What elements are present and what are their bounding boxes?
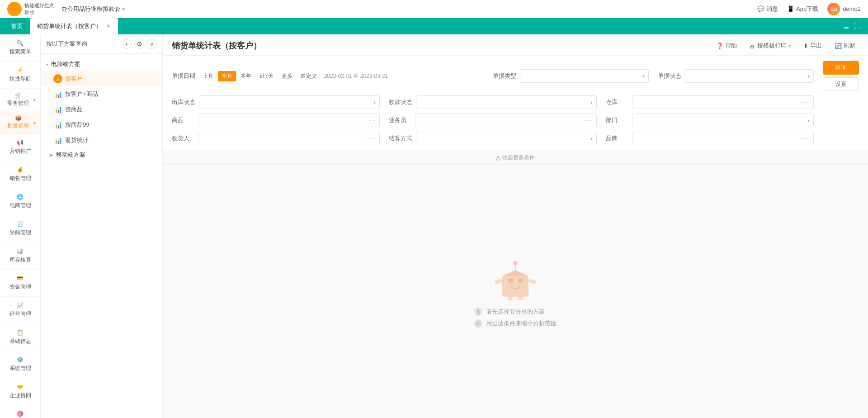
sidebar-item-finance[interactable]: 💳 资金管理 (0, 270, 40, 297)
enterprise-icon: 🤝 (17, 384, 24, 390)
message-btn[interactable]: 💬 消息 (757, 5, 778, 13)
doc-type-label: 单据类型 (493, 72, 516, 80)
window-minimize-icon[interactable]: 🗕 (843, 22, 850, 30)
sidebar-item-quick-nav[interactable]: ⚡ 快捷导航 (0, 62, 40, 89)
sidebar-item-sys[interactable]: ⚙️ 系统管理 (0, 351, 40, 378)
help-btn[interactable]: ❓ 帮助 (712, 40, 741, 52)
logo-area: 🧡 畅捷通好生意 标版 (7, 2, 54, 16)
message-icon: 💬 (757, 5, 764, 12)
refresh-btn[interactable]: 🔄 刷新 (831, 40, 859, 52)
dept-label: 部门 (606, 116, 628, 124)
tab-sales-stat[interactable]: 销货单统计表（按客户） ✕ (30, 18, 118, 34)
dept-select[interactable]: ▾ (632, 114, 814, 127)
search-icon: 🔍 (17, 40, 24, 46)
salesman-select[interactable]: ··· (415, 114, 597, 127)
filter-receiver-item: 收货人 ··· (172, 132, 380, 145)
filter-row-2: 出库状态 ▾ 收款状态 ▾ 仓库 (172, 95, 859, 109)
data-area: 1 请先选择要分析的方案 2 用过滤条件来缩小分析范围 (163, 165, 868, 418)
receiver-select[interactable]: ··· (198, 132, 380, 145)
scheme-tree: ▾ 电脑端方案 人 按客户 📊 按客户+商品 📊 按商品 (41, 54, 162, 418)
mobile-group-header[interactable]: ▶ 移动端方案 (41, 148, 162, 162)
warehouse-select[interactable]: ··· (632, 95, 814, 109)
date-tab-7days[interactable]: 近7天 (256, 71, 277, 81)
brand-label: 品牌 (606, 134, 628, 142)
date-tab-last-month[interactable]: 上月 (199, 71, 217, 81)
brand-select[interactable]: ··· (632, 132, 814, 145)
doc-status-select[interactable]: ▾ (685, 69, 814, 83)
sidebar-item-retail[interactable]: 🛒 零售管理 ▾ (0, 89, 40, 111)
wholesale-arrow-icon: ▴ (33, 120, 36, 125)
sidebar-item-basic-info[interactable]: 📋 基础信息 (0, 324, 40, 351)
tree-item-return-stat[interactable]: 📊 退货统计 (41, 133, 162, 148)
sidebar: 🔍 搜索菜单 ⚡ 快捷导航 🛒 零售管理 ▾ 📦 批发管理 ▴ 📢 营销推广 (0, 34, 41, 418)
sidebar-item-marketing[interactable]: 📢 营销推广 (0, 134, 40, 161)
tab-home[interactable]: 首页 (4, 18, 30, 34)
sidebar-item-purchase[interactable]: 🧾 采购管理 (0, 215, 40, 242)
doc-type-select[interactable]: ▾ (520, 69, 649, 83)
dept-arrow-icon: ▾ (807, 118, 810, 123)
date-tab-this-month[interactable]: 本月 (218, 71, 236, 81)
export-btn[interactable]: ⬇ 导出 (800, 40, 826, 52)
print-btn[interactable]: 🖨 按模板打印 ▾ (746, 40, 794, 52)
scheme-collapse-btn[interactable]: « (147, 39, 157, 49)
pay-status-select[interactable]: ▾ (416, 95, 597, 109)
out-status-label: 出库状态 (172, 98, 195, 106)
quick-nav-icon: ⚡ (17, 67, 24, 73)
tab-close-icon[interactable]: ✕ (106, 23, 111, 29)
customer-goods-icon: 📊 (53, 90, 62, 99)
setting-button[interactable]: 设置 (823, 77, 859, 91)
goods-label: 商品 (172, 116, 194, 124)
doc-type-arrow-icon: ▾ (642, 74, 645, 79)
tree-item-by-goods[interactable]: 📊 按商品 (41, 102, 162, 117)
scheme-header: 按以下方案查询 + ⚙ « (41, 34, 162, 54)
ecom-icon: 🌐 (17, 194, 24, 200)
retail-icon: 🛒 (15, 92, 22, 99)
desktop-group-header[interactable]: ▾ 电脑端方案 (41, 57, 162, 71)
sidebar-item-inventory[interactable]: 📊 库存核算 (0, 242, 40, 270)
sys-icon: ⚙️ (17, 356, 24, 363)
settlement-label: 结算方式 (389, 134, 412, 142)
sidebar-item-operation[interactable]: 📈 经营管理 (0, 297, 40, 324)
settlement-select[interactable]: ▾ (416, 132, 597, 145)
tree-item-by-customer[interactable]: 人 按客户 (41, 71, 162, 86)
sidebar-item-wholesale[interactable]: 📦 批发管理 ▴ (0, 111, 40, 134)
filter-row-1: 单据日期 上月 本月 本年 近7天 更多 自定义 2023-03-01 至 20… (172, 61, 859, 91)
sidebar-item-newbie[interactable]: 🎯 新手引导 (0, 405, 40, 418)
filter-out-status-item: 出库状态 ▾ (172, 95, 380, 109)
date-tab-more[interactable]: 更多 (278, 71, 296, 81)
inventory-icon: 📊 (17, 248, 24, 254)
doc-status-label: 单据状态 (658, 72, 681, 80)
goods-select[interactable]: ··· (198, 114, 380, 127)
basic-info-icon: 📋 (17, 329, 24, 336)
empty-illustration (493, 255, 538, 300)
collapse-bar[interactable]: ⋀ 收起更多条件 (163, 151, 868, 165)
out-status-select[interactable]: ▾ (199, 95, 380, 109)
sidebar-item-sales[interactable]: 💰 销售管理 (0, 161, 40, 188)
query-button[interactable]: 查询 (823, 61, 859, 75)
filter-goods-item: 商品 ··· (172, 114, 380, 127)
out-status-arrow-icon: ▾ (373, 100, 376, 105)
doc-status-arrow-icon: ▾ (807, 74, 810, 79)
sidebar-item-enterprise[interactable]: 🤝 企业协同 (0, 378, 40, 405)
tree-item-goods-99[interactable]: 📊 按商品99 (41, 117, 162, 133)
scheme-settings-btn[interactable]: ⚙ (134, 39, 144, 49)
marketing-icon: 📢 (17, 139, 24, 146)
sidebar-item-search-menu[interactable]: 🔍 搜索菜单 (0, 34, 40, 62)
empty-state: 1 请先选择要分析的方案 2 用过滤条件来缩小分析范围 (474, 255, 557, 328)
settlement-arrow-icon: ▾ (590, 136, 593, 141)
date-tab-this-year[interactable]: 本年 (237, 71, 255, 81)
wholesale-icon: 📦 (15, 115, 22, 121)
warehouse-label: 仓库 (606, 98, 628, 106)
svg-rect-5 (508, 279, 513, 283)
user-area[interactable]: Ea demo2 (827, 3, 861, 15)
tree-item-customer-goods[interactable]: 📊 按客户+商品 (41, 86, 162, 102)
scheme-add-btn[interactable]: + (122, 39, 132, 49)
brand-dots-icon: ··· (801, 134, 810, 142)
goods-icon: 📊 (53, 105, 62, 114)
date-tab-custom[interactable]: 自定义 (297, 71, 321, 81)
window-maximize-icon[interactable]: ⛶ (854, 22, 861, 30)
sidebar-item-ecom[interactable]: 🌐 电商管理 (0, 188, 40, 215)
logo-text: 畅捷通好生意 标版 (24, 2, 54, 15)
breadcrumb-arrow-icon[interactable]: ▾ (122, 5, 125, 12)
app-download-btn[interactable]: 📱 App下载 (787, 5, 818, 13)
